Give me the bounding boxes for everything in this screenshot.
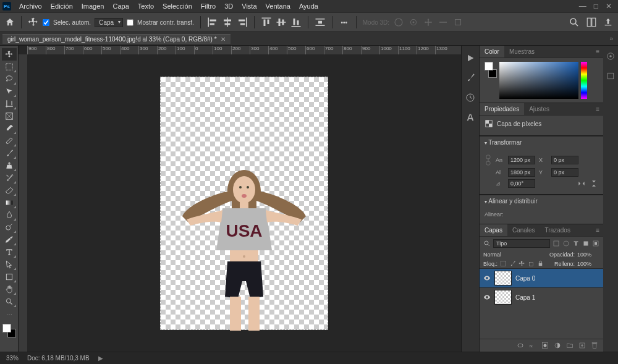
new-layer-icon[interactable] — [578, 342, 586, 349]
layer-thumbnail[interactable] — [494, 271, 512, 286]
brush-presets-icon[interactable] — [465, 73, 475, 83]
dodge-tool[interactable] — [2, 221, 17, 234]
tab-paths[interactable]: Trazados — [540, 224, 575, 236]
angle-input[interactable] — [508, 179, 535, 188]
3d-roll-icon[interactable] — [408, 17, 419, 28]
close-button[interactable]: ✕ — [606, 2, 612, 11]
filter-smart-icon[interactable] — [592, 240, 599, 247]
hue-slider[interactable] — [581, 62, 587, 99]
tab-channels[interactable]: Canales — [507, 224, 540, 236]
width-input[interactable] — [508, 156, 535, 164]
align-middle-v-icon[interactable] — [276, 17, 287, 28]
clone-stamp-tool[interactable] — [2, 159, 17, 172]
delete-layer-icon[interactable] — [591, 342, 598, 349]
adjustment-icon[interactable] — [554, 342, 561, 349]
panel-menu-icon[interactable]: ≡ — [592, 46, 603, 57]
fill-input[interactable]: 100% — [577, 261, 599, 267]
3d-slide-icon[interactable] — [438, 17, 449, 28]
layer-name[interactable]: Capa 0 — [515, 275, 535, 282]
home-icon[interactable] — [5, 17, 15, 27]
menu-ayuda[interactable]: Ayuda — [295, 2, 323, 10]
lock-position-icon[interactable] — [519, 260, 525, 267]
y-input[interactable] — [551, 168, 578, 177]
transform-controls-checkbox[interactable] — [127, 19, 133, 26]
minimize-button[interactable]: — — [579, 2, 586, 11]
marquee-tool[interactable] — [2, 61, 17, 73]
tab-swatches[interactable]: Muestras — [504, 46, 540, 57]
group-layer-dropdown[interactable]: Capa — [95, 18, 123, 27]
move-tool[interactable] — [2, 48, 17, 61]
3d-orbit-icon[interactable] — [393, 17, 404, 28]
align-section[interactable]: Alinear y distribuir — [480, 195, 603, 207]
menu-seleccion[interactable]: Selección — [158, 2, 197, 10]
auto-select-checkbox[interactable] — [43, 19, 49, 26]
character-icon[interactable] — [465, 112, 475, 122]
bg-color[interactable] — [488, 69, 497, 78]
brush-tool[interactable] — [2, 147, 17, 159]
layer-filter-kind[interactable]: Tipo — [493, 239, 550, 248]
filter-adjust-icon[interactable] — [562, 240, 570, 247]
pen-tool[interactable] — [2, 234, 17, 246]
healing-tool[interactable] — [2, 135, 17, 147]
3d-scale-icon[interactable] — [452, 17, 464, 28]
zoom-level[interactable]: 33% — [6, 355, 19, 362]
lasso-tool[interactable] — [2, 73, 17, 85]
workspace-icon[interactable] — [586, 17, 597, 28]
gradient-tool[interactable] — [2, 197, 17, 209]
type-tool[interactable] — [2, 246, 17, 258]
menu-imagen[interactable]: Imagen — [77, 2, 109, 10]
filter-type-icon[interactable] — [572, 240, 580, 247]
search-icon[interactable] — [483, 240, 491, 247]
document-close-icon[interactable]: ✕ — [221, 36, 226, 43]
canvas[interactable]: USA — [27, 54, 461, 352]
color-field[interactable] — [499, 62, 578, 99]
opacity-input[interactable]: 100% — [577, 252, 599, 258]
lock-brush-icon[interactable] — [509, 260, 516, 267]
menu-archivo[interactable]: Archivo — [15, 2, 46, 10]
menu-3d[interactable]: 3D — [220, 2, 237, 10]
quick-select-tool[interactable] — [2, 85, 17, 98]
frame-tool[interactable] — [2, 110, 17, 122]
x-input[interactable] — [551, 156, 578, 164]
tab-overflow-icon[interactable]: » — [609, 35, 618, 42]
menu-edicion[interactable]: Edición — [46, 2, 77, 10]
layer-item-0[interactable]: Capa 0 — [480, 268, 603, 287]
fg-color[interactable] — [485, 62, 493, 70]
libraries-icon[interactable] — [606, 72, 615, 80]
document-canvas[interactable]: USA — [160, 77, 328, 330]
align-right-icon[interactable] — [237, 17, 248, 28]
link-icon[interactable] — [485, 154, 492, 166]
document-tab[interactable]: girl_woman_person_model_fitness-110400.j… — [2, 34, 231, 44]
eyedropper-tool[interactable] — [2, 122, 17, 135]
tab-adjustments[interactable]: Ajustes — [524, 103, 554, 115]
fx-icon[interactable]: fx — [529, 342, 536, 349]
blend-mode-select[interactable]: Normal — [483, 252, 547, 258]
filter-pixel-icon[interactable] — [552, 240, 560, 247]
tab-color[interactable]: Color — [480, 46, 504, 57]
foreground-background-swatch[interactable] — [2, 324, 16, 337]
eraser-tool[interactable] — [2, 184, 17, 197]
flip-v-icon[interactable] — [590, 179, 598, 188]
lock-all-icon[interactable] — [537, 260, 544, 267]
play-icon[interactable] — [465, 53, 475, 63]
align-center-h-icon[interactable] — [222, 17, 233, 28]
link-layers-icon[interactable] — [517, 342, 524, 349]
lock-artboard-icon[interactable] — [528, 260, 535, 267]
3d-pan-icon[interactable] — [423, 17, 434, 28]
tab-properties[interactable]: Propiedades — [480, 103, 524, 115]
menu-texto[interactable]: Texto — [133, 2, 158, 10]
menu-capa[interactable]: Capa — [108, 2, 133, 10]
height-input[interactable] — [508, 168, 535, 177]
more-options-icon[interactable]: ••• — [339, 17, 350, 28]
maximize-button[interactable]: □ — [594, 2, 598, 11]
menu-filtro[interactable]: Filtro — [197, 2, 220, 10]
flip-h-icon[interactable] — [577, 179, 586, 188]
share-icon[interactable] — [603, 17, 613, 27]
zoom-tool[interactable] — [2, 295, 17, 308]
edit-toolbar-icon[interactable]: ⋯ — [2, 308, 17, 320]
history-icon[interactable] — [465, 93, 475, 103]
hand-tool[interactable] — [2, 283, 17, 295]
layer-name[interactable]: Capa 1 — [515, 294, 535, 301]
foreground-color-swatch[interactable] — [2, 324, 11, 332]
color-swatch-pair[interactable] — [485, 62, 497, 78]
